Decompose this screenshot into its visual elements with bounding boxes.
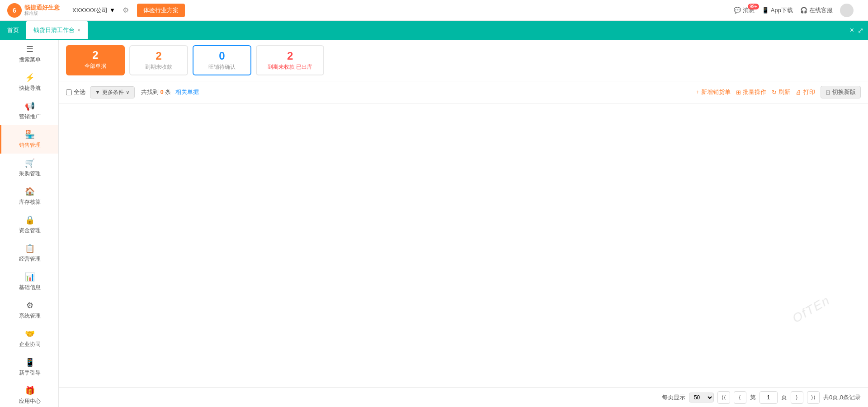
print-label: 打印 [803,88,815,96]
sidebar-item-finance[interactable]: 🔒 资金管理 [0,211,58,239]
filter-button[interactable]: ▼ 更多条件 ∨ [90,86,135,98]
sidebar-item-inventory[interactable]: 🏠 库存核算 [0,182,58,211]
sidebar-item-marketing[interactable]: 📢 营销推广 [0,97,58,125]
app-version: 标准版 [24,11,60,16]
sidebar-item-inventory-label: 库存核算 [19,198,41,206]
card-pending-label: 旺铺待确认 [208,63,236,71]
refresh-button[interactable]: ↻ 刷新 [772,88,790,96]
tab-workbench[interactable]: 钱货日清工作台 × [26,21,88,40]
card-shipped-label: 到期未收款 已出库 [268,63,312,71]
basic-icon: 📊 [25,272,35,282]
select-all-checkbox[interactable]: 全选 [66,88,85,96]
app-download[interactable]: 📱 App下载 [762,6,793,14]
layout: ☰ 搜索菜单 ⚡ 快捷导航 📢 营销推广 🏪 销售管理 🛒 采购管理 🏠 库存核… [0,40,868,407]
page-label: 第 [750,393,756,402]
sidebar-item-appstore-label: 应用中心 [19,398,41,405]
refresh-label: 刷新 [778,88,790,96]
pagination-bar: 每页显示 50 100 200 ⟨⟨ ⟨ 第 页 ⟩ ⟩⟩ 共0页,0条记录 [59,387,868,407]
message-icon: 💬 [734,7,741,14]
found-prefix: 共找到 [141,89,159,95]
found-text: 共找到 0 条 [141,88,171,96]
refresh-icon: ↻ [772,89,777,96]
appstore-icon: 🎁 [25,386,35,396]
sidebar-item-search[interactable]: ☰ 搜索菜单 [0,40,58,68]
sidebar-item-basic[interactable]: 📊 基础信息 [0,267,58,296]
message-area[interactable]: 💬 消息 99+ [734,6,755,14]
card-all[interactable]: 2 全部单据 [66,45,125,75]
batch-label: 批量操作 [743,88,766,96]
sidebar-item-purchase[interactable]: 🛒 采购管理 [0,154,58,182]
batch-icon: ⊞ [736,89,741,96]
sidebar-item-quicknav-label: 快捷导航 [19,84,41,92]
trial-button[interactable]: 体验行业方案 [137,4,185,17]
avatar[interactable] [840,4,854,17]
sidebar-item-cooperation-label: 企业协同 [19,341,41,348]
card-pending[interactable]: 0 旺铺待确认 [193,45,251,75]
filter-chevron-icon: ∨ [126,89,130,95]
related-docs-link[interactable]: 相关单据 [175,88,199,96]
online-service-label: 在线客服 [809,6,833,14]
online-service[interactable]: 🎧 在线客服 [800,6,833,14]
filter-icon: ▼ [95,89,100,95]
switch-icon: ⊡ [826,89,830,96]
app-download-icon: 📱 [762,7,769,14]
settings-icon[interactable]: ⚙ [123,6,129,14]
card-pending-number: 0 [219,50,225,62]
first-page-button[interactable]: ⟨⟨ [717,391,730,404]
sidebar-item-marketing-label: 营销推广 [19,113,41,121]
sidebar-item-sales[interactable]: 🏪 销售管理 [0,125,58,154]
tab-expand-button[interactable]: ⤢ [858,26,863,35]
summary-cards: 2 全部单据 2 到期未收款 0 旺铺待确认 2 到期未收款 已出库 [59,40,868,81]
purchase-icon: 🛒 [25,158,35,168]
table-area [59,103,868,387]
sidebar-item-guide[interactable]: 📱 新手引导 [0,353,58,381]
switch-version-button[interactable]: ⊡ 切换新版 [821,86,861,98]
card-overdue-label: 到期未收款 [145,63,172,71]
print-button[interactable]: 🖨 打印 [796,88,815,96]
sidebar-item-appstore[interactable]: 🎁 应用中心 [0,381,58,407]
inventory-icon: 🏠 [25,187,35,196]
main-content: 2 全部单据 2 到期未收款 0 旺铺待确认 2 到期未收款 已出库 全选 [59,40,868,407]
checkbox-input[interactable] [66,89,72,95]
add-sale-button[interactable]: + 新增销货单 [696,88,731,96]
app-download-label: App下载 [771,6,793,14]
sidebar-item-cooperation[interactable]: 🤝 企业协同 [0,324,58,353]
tab-close-all-button[interactable]: × [850,26,854,34]
sidebar-item-operation[interactable]: 📋 经营管理 [0,239,58,267]
operation-icon: 📋 [25,243,35,253]
card-overdue[interactable]: 2 到期未收款 [129,45,188,75]
prev-page-button[interactable]: ⟨ [734,391,746,404]
header-left: 6 畅捷通好生意 标准版 XXXXXX公司 ▼ ⚙ 体验行业方案 [7,3,185,18]
last-page-button[interactable]: ⟩⟩ [807,391,820,404]
per-page-select[interactable]: 50 100 200 [689,393,714,402]
sales-icon: 🏪 [25,130,35,140]
select-all-label: 全选 [74,88,85,96]
company-selector[interactable]: XXXXXX公司 ▼ [72,6,115,14]
card-shipped[interactable]: 2 到期未收款 已出库 [256,45,324,75]
card-overdue-number: 2 [156,50,161,62]
system-icon: ⚙ [26,300,33,310]
sidebar-item-operation-label: 经营管理 [19,255,41,263]
tab-workbench-label: 钱货日清工作台 [33,26,75,34]
tab-home-label: 首页 [7,26,19,34]
tab-home[interactable]: 首页 [0,21,26,40]
logo-icon: 6 [7,3,22,18]
cooperation-icon: 🤝 [25,329,35,339]
card-all-label: 全部单据 [85,62,106,70]
page-number-input[interactable] [760,391,778,404]
finance-icon: 🔒 [25,215,35,225]
sidebar-item-system[interactable]: ⚙ 系统管理 [0,296,58,324]
dropdown-icon: ▼ [109,7,115,14]
logo-area: 6 畅捷通好生意 标准版 [7,3,60,18]
quicknav-icon: ⚡ [25,73,35,83]
per-page-label: 每页显示 [662,393,685,402]
sidebar-item-guide-label: 新手引导 [19,369,41,377]
batch-operation-button[interactable]: ⊞ 批量操作 [736,88,766,96]
logo-text: 畅捷通好生意 标准版 [24,4,60,17]
sidebar-item-purchase-label: 采购管理 [19,170,41,178]
sidebar: ☰ 搜索菜单 ⚡ 快捷导航 📢 营销推广 🏪 销售管理 🛒 采购管理 🏠 库存核… [0,40,59,407]
sidebar-item-quicknav[interactable]: ⚡ 快捷导航 [0,68,58,97]
marketing-icon: 📢 [25,101,35,111]
tab-close-icon[interactable]: × [77,27,80,33]
next-page-button[interactable]: ⟩ [791,391,803,404]
